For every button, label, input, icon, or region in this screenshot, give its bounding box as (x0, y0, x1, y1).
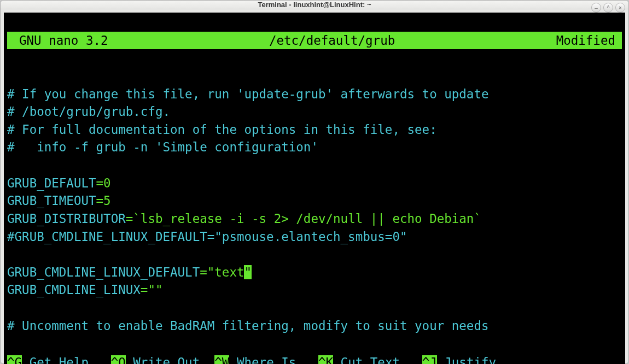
config-value: `lsb_release -i -s 2> /dev/null || echo … (133, 212, 481, 226)
comment-line: # For full documentation of the options … (7, 122, 437, 137)
config-value: "" (148, 283, 162, 297)
config-key: GRUB_TIMEOUT (7, 193, 96, 208)
terminal-screen[interactable]: GNU nano 3.2/etc/default/grubModified # … (4, 13, 625, 364)
nano-app-name: GNU nano 3.2 (9, 32, 108, 50)
shortcut-key[interactable]: ^G (7, 355, 22, 364)
nano-shortcuts: ^G Get Help ^O Write Out ^W Where Is ^K … (7, 354, 622, 364)
minimize-button[interactable]: – (591, 3, 601, 13)
comment-line: # /boot/grub/grub.cfg. (7, 104, 170, 119)
shortcut-label: Write Out (133, 355, 200, 364)
nano-header: GNU nano 3.2/etc/default/grubModified (7, 32, 622, 50)
shortcut-label: Justify (444, 355, 496, 364)
equals: = (96, 176, 104, 190)
config-key: GRUB_DEFAULT (7, 176, 96, 190)
shortcut-key[interactable]: ^J (422, 355, 437, 364)
shortcut-label: Where Is (237, 355, 304, 364)
config-value: 5 (103, 193, 111, 208)
comment-line: # Uncomment to enable BadRAM filtering, … (7, 319, 489, 333)
shortcut-key[interactable]: ^W (214, 355, 229, 364)
config-key: GRUB_CMDLINE_LINUX (7, 283, 141, 297)
config-value: 0 (103, 176, 111, 190)
equals: = (96, 193, 104, 208)
shortcut-key[interactable]: ^O (111, 355, 126, 364)
comment-line: # info -f grub -n 'Simple configuration' (7, 140, 318, 154)
equals: = (200, 265, 207, 279)
terminal-window: Terminal - linuxhint@LinuxHint: ~ – ^ × … (0, 0, 629, 364)
shortcut-label: Get Help (30, 355, 96, 364)
comment-line: #GRUB_CMDLINE_LINUX_DEFAULT="psmouse.ela… (7, 230, 407, 244)
editor-content[interactable]: # If you change this file, run 'update-g… (7, 67, 622, 334)
window-title: Terminal - linuxhint@LinuxHint: ~ (258, 1, 371, 9)
terminal-body: GNU nano 3.2/etc/default/grubModified # … (1, 9, 628, 364)
equals: = (141, 283, 148, 297)
comment-line: # If you change this file, run 'update-g… (7, 87, 489, 101)
nano-status: Modified (556, 32, 620, 50)
maximize-button[interactable]: ^ (603, 3, 613, 13)
config-value: "text (207, 265, 244, 279)
shortcut-key[interactable]: ^K (318, 355, 333, 364)
shortcut-label: Cut Text (341, 355, 407, 364)
equals: = (126, 212, 133, 226)
window-controls: – ^ × (591, 3, 625, 13)
nano-filename: /etc/default/grub (108, 32, 556, 50)
config-key: GRUB_CMDLINE_LINUX_DEFAULT (7, 265, 200, 279)
config-key: GRUB_DISTRIBUTOR (7, 212, 126, 226)
close-button[interactable]: × (615, 3, 625, 13)
text-cursor: " (244, 265, 252, 279)
titlebar: Terminal - linuxhint@LinuxHint: ~ – ^ × (1, 1, 628, 9)
